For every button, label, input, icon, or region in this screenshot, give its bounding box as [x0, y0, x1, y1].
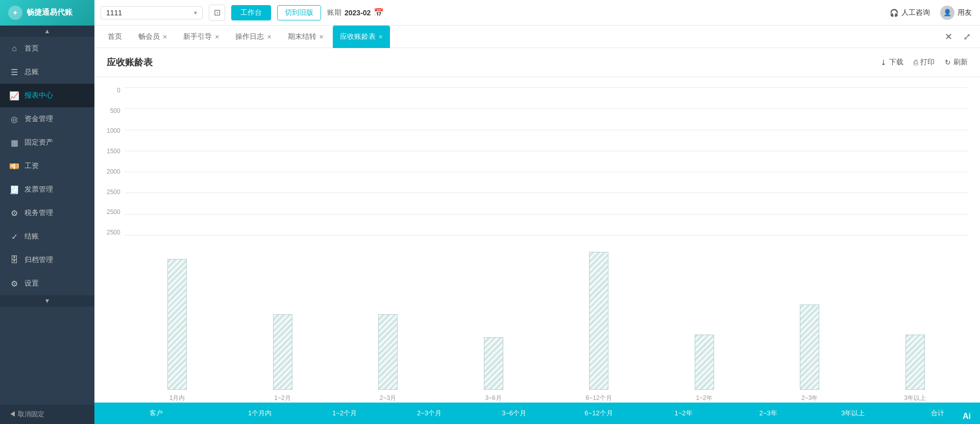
chart-wrapper: 2500 2500 2500 2000 1500 1000 500 0	[107, 87, 968, 403]
bar-group-4	[556, 87, 642, 390]
sidebar-item-salary[interactable]: 💴 工资	[0, 154, 94, 178]
print-label: 打印	[920, 58, 935, 67]
sidebar-item-reports[interactable]: 📈 报表中心	[0, 84, 94, 107]
tab-expand-icon[interactable]: ⤢	[960, 30, 974, 44]
bar-4	[589, 252, 608, 390]
bars-row	[125, 87, 968, 390]
bar-2	[378, 314, 398, 390]
page-title: 应收账龄表	[107, 56, 153, 68]
tab-member[interactable]: 畅会员 ×	[131, 26, 174, 48]
y-label-2500c: 2500	[107, 229, 120, 235]
tab-period-end[interactable]: 期末结转 ×	[281, 26, 331, 48]
avatar: 👤	[940, 6, 954, 20]
copy-button[interactable]: ⊡	[209, 5, 225, 21]
sidebar-item-home[interactable]: ⌂ 首页	[0, 37, 94, 60]
assets-icon: ▦	[9, 137, 19, 148]
main-layout: ▲ ⌂ 首页 ☰ 总账 📈 报表中心 ◎ 资金管理 ▦ 固定资产 💴 工资 🧾 …	[0, 26, 980, 424]
sidebar-label-salary: 工资	[24, 161, 39, 171]
th-cell-2: 1~2个月	[302, 409, 387, 418]
bar-6	[800, 304, 819, 390]
tab-home[interactable]: 首页	[101, 26, 129, 48]
bar-group-2	[346, 87, 431, 390]
company-selector[interactable]: 1111 ▾	[101, 6, 203, 19]
tab-member-label: 畅会员	[138, 32, 160, 41]
tab-guide[interactable]: 新手引导 ×	[176, 26, 226, 48]
invoice-icon: 🧾	[9, 184, 19, 195]
th-cell-1: 1个月内	[217, 409, 302, 418]
tabs-bar: 首页 畅会员 × 新手引导 × 操作日志 × 期末结转 × 应收账龄表 ×	[94, 26, 980, 48]
tab-aging[interactable]: 应收账龄表 ×	[333, 26, 390, 48]
sidebar-item-archive[interactable]: 🗄 归档管理	[0, 248, 94, 272]
sidebar: ▲ ⌂ 首页 ☰ 总账 📈 报表中心 ◎ 资金管理 ▦ 固定资产 💴 工资 🧾 …	[0, 26, 94, 424]
tab-aging-close[interactable]: ×	[379, 33, 383, 41]
bar-group-5	[662, 87, 747, 390]
sidebar-unpin[interactable]: ◀ 取消固定	[0, 405, 94, 424]
y-label-1000: 1000	[107, 128, 120, 134]
tabs-actions: ✕ ⤢	[941, 30, 974, 44]
refresh-button[interactable]: ↻ 刷新	[945, 58, 968, 67]
x-label-7: 3年以上	[872, 394, 958, 403]
bar-group-1	[240, 87, 325, 390]
th-cell-0: 客户	[94, 409, 217, 418]
sidebar-label-invoice: 发票管理	[24, 185, 53, 194]
bar-3	[484, 337, 503, 390]
x-label-5: 1~2年	[662, 394, 747, 403]
x-label-4: 6~12个月	[556, 394, 642, 403]
ai-badge[interactable]: Ai	[953, 409, 980, 424]
tab-period-end-close[interactable]: ×	[320, 33, 324, 41]
x-label-3: 3~6月	[451, 394, 536, 403]
page-header: 应收账龄表 ⤓ 下载 ⎙ 打印 ↻ 刷新	[94, 48, 980, 77]
workbench-button[interactable]: 工作台	[231, 5, 271, 20]
page-content: 应收账龄表 ⤓ 下载 ⎙ 打印 ↻ 刷新	[94, 48, 980, 424]
y-label-2000: 2000	[107, 169, 120, 175]
tab-oplog-label: 操作日志	[235, 32, 264, 41]
period-label: 账期	[327, 8, 341, 17]
x-label-1: 1~2月	[240, 394, 325, 403]
tab-oplog[interactable]: 操作日志 ×	[228, 26, 278, 48]
sidebar-label-ledger: 总账	[24, 67, 39, 77]
funds-icon: ◎	[9, 114, 19, 124]
ledger-icon: ☰	[9, 67, 19, 77]
tab-guide-close[interactable]: ×	[215, 33, 219, 41]
sidebar-item-checkout[interactable]: ✓ 结账	[0, 225, 94, 248]
tax-icon: ⚙	[9, 208, 19, 218]
calendar-icon[interactable]: 📅	[374, 8, 384, 17]
print-button[interactable]: ⎙ 打印	[914, 58, 935, 67]
chevron-down-icon: ▾	[194, 9, 197, 16]
tab-period-end-label: 期末结转	[288, 32, 316, 41]
tab-guide-label: 新手引导	[183, 32, 212, 41]
consult-area[interactable]: 🎧 人工咨询	[890, 8, 930, 17]
sidebar-label-funds: 资金管理	[24, 114, 53, 124]
bar-5	[695, 335, 714, 390]
tab-member-close[interactable]: ×	[163, 33, 167, 41]
tab-aging-label: 应收账龄表	[340, 32, 376, 41]
sidebar-label-assets: 固定资产	[24, 138, 53, 147]
salary-icon: 💴	[9, 161, 19, 171]
tab-oplog-close[interactable]: ×	[267, 33, 271, 41]
sidebar-scroll-down[interactable]: ▼	[0, 295, 94, 307]
y-label-0: 0	[117, 87, 120, 93]
download-label: 下载	[889, 58, 903, 67]
th-cell-7: 2~3年	[726, 409, 811, 418]
download-button[interactable]: ⤓ 下载	[880, 58, 903, 67]
settings-icon: ⚙	[9, 278, 19, 289]
tab-close-all-icon[interactable]: ✕	[941, 30, 955, 44]
sidebar-item-invoice[interactable]: 🧾 发票管理	[0, 178, 94, 201]
bar-7	[905, 335, 925, 390]
sidebar-item-settings[interactable]: ⚙ 设置	[0, 272, 94, 295]
sidebar-item-funds[interactable]: ◎ 资金管理	[0, 107, 94, 131]
switch-old-button[interactable]: 切到旧版	[277, 5, 321, 20]
page-actions: ⤓ 下载 ⎙ 打印 ↻ 刷新	[880, 58, 968, 67]
sidebar-scroll-up[interactable]: ▲	[0, 26, 94, 37]
refresh-label: 刷新	[953, 58, 968, 67]
company-name: 1111	[106, 9, 122, 17]
user-area[interactable]: 👤 用友	[940, 6, 972, 20]
sidebar-item-assets[interactable]: ▦ 固定资产	[0, 131, 94, 154]
bars-area: 1月内1~2月2~3月3~6月6~12个月1~2年2~3年3年以上	[125, 87, 968, 403]
refresh-icon: ↻	[945, 58, 951, 66]
content-area: 首页 畅会员 × 新手引导 × 操作日志 × 期末结转 × 应收账龄表 ×	[94, 26, 980, 424]
y-axis: 2500 2500 2500 2000 1500 1000 500 0	[107, 87, 120, 251]
sidebar-item-ledger[interactable]: ☰ 总账	[0, 60, 94, 84]
sidebar-label-archive: 归档管理	[24, 255, 53, 265]
sidebar-item-tax[interactable]: ⚙ 税务管理	[0, 201, 94, 225]
